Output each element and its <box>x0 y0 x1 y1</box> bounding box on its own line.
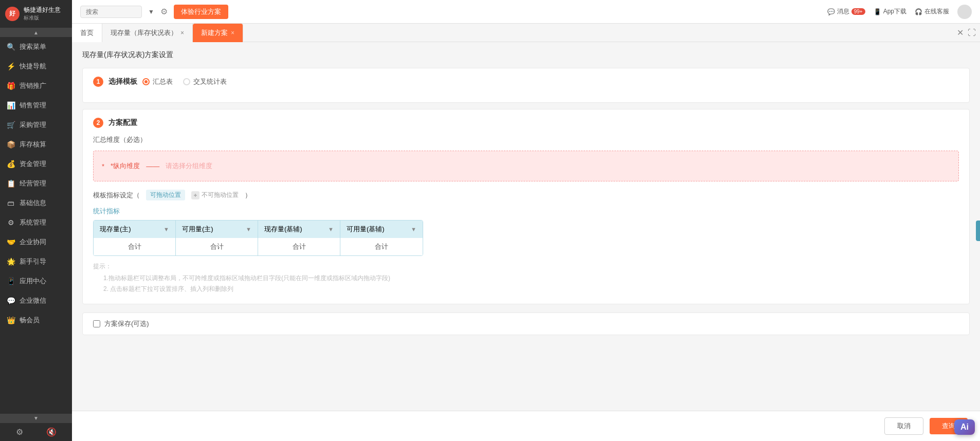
sidebar-item-system[interactable]: ⚙ 系统管理 <box>0 213 72 232</box>
step2-header: 2 方案配置 <box>93 118 959 128</box>
hint-title: 提示： <box>93 262 959 271</box>
step1-card: 1 选择模板 汇总表 交叉统计表 <box>82 68 970 103</box>
sidebar-item-appcenter[interactable]: 📱 应用中心 <box>0 271 72 291</box>
tab-new-plan[interactable]: 新建方案 × <box>193 24 243 42</box>
finance-icon: 💰 <box>6 160 15 168</box>
col-chevron-3[interactable]: ▼ <box>411 226 416 232</box>
sidebar-item-purchase[interactable]: 🛒 采购管理 <box>0 115 72 135</box>
sidebar-item-shortcut[interactable]: ⚡ 快捷导航 <box>0 57 72 76</box>
dimension-area: * *纵向维度 —— 请选择分组维度 <box>93 151 959 181</box>
sidebar-item-newguide[interactable]: 🌟 新手引导 <box>0 252 72 271</box>
marketing-icon: 🎁 <box>6 82 15 90</box>
col-header-0[interactable]: 现存量(主) ▼ <box>94 220 176 238</box>
purchase-icon: 🛒 <box>6 121 15 129</box>
wechat-icon: 💬 <box>6 297 15 305</box>
step2-card: 2 方案配置 汇总维度（必选） * *纵向维度 —— 请选择分组维度 模板指标设… <box>82 109 970 304</box>
user-avatar[interactable] <box>957 5 972 19</box>
sidebar-item-sales[interactable]: 📊 销售管理 <box>0 96 72 115</box>
page-title: 现存量(库存状况表)方案设置 <box>82 50 970 60</box>
hint-section: 提示： 1.拖动标题栏可以调整布局，不可跨维度或指标区域拖动栏目字段(只能在同一… <box>93 262 959 293</box>
dimension-dash: —— <box>146 162 159 170</box>
enterprise-icon: 🤝 <box>6 238 15 246</box>
sidebar-item-wechat[interactable]: 💬 企业微信 <box>0 291 72 310</box>
col-chevron-1[interactable]: ▼ <box>246 226 251 232</box>
sidebar-item-enterprise[interactable]: 🤝 企业协同 <box>0 232 72 252</box>
sidebar-nav: 🔍 搜索菜单 ⚡ 快捷导航 🎁 营销推广 📊 销售管理 🛒 采购管理 📦 库存核… <box>0 37 72 414</box>
sidebar-bottom: ⚙ 🔇 <box>0 422 72 441</box>
sidebar-item-inventory[interactable]: 📦 库存核算 <box>0 135 72 154</box>
shortcut-icon: ⚡ <box>6 62 15 70</box>
stats-table: 现存量(主) ▼ 可用量(主) ▼ 现存量(基辅) ▼ 可用量(基辅) <box>93 220 423 256</box>
sound-bottom-icon[interactable]: 🔇 <box>46 427 57 437</box>
content-area: 现存量(库存状况表)方案设置 1 选择模板 汇总表 交叉统计表 <box>72 42 980 411</box>
statistics-section: 统计指标 现存量(主) ▼ 可用量(主) ▼ 现存量(基辅) <box>93 207 959 256</box>
immovable-tag: 不可拖动位置 <box>191 191 239 199</box>
online-service-button[interactable]: 🎧 在线客服 <box>915 7 949 16</box>
sidebar-item-basic[interactable]: 🗃 基础信息 <box>0 193 72 213</box>
dimension-required-star: * <box>102 162 104 170</box>
industry-plan-button[interactable]: 体验行业方案 <box>174 5 228 19</box>
logo-text: 畅捷通好生意 标准版 <box>24 6 61 22</box>
radio-cross[interactable]: 交叉统计表 <box>183 77 227 86</box>
sidebar: 好 畅捷通好生意 标准版 ▲ 🔍 搜索菜单 ⚡ 快捷导航 🎁 营销推广 📊 销售… <box>0 0 72 441</box>
sidebar-item-finance[interactable]: 💰 资金管理 <box>0 154 72 174</box>
messages-button[interactable]: 💬 消息 99+ <box>827 7 865 16</box>
statistics-label: 统计指标 <box>93 207 959 216</box>
tab-inventory[interactable]: 现存量（库存状况表） × <box>102 24 193 42</box>
template-options: 汇总表 交叉统计表 <box>142 77 227 86</box>
radio-summary-dot <box>142 78 150 85</box>
tab-close-all-icon[interactable]: ✕ <box>957 28 964 38</box>
col-header-1[interactable]: 可用量(主) ▼ <box>176 220 258 238</box>
system-icon: ⚙ <box>6 218 15 227</box>
topbar-gear-icon[interactable]: ⚙ <box>160 7 168 16</box>
sidebar-scroll-down[interactable]: ▼ <box>0 414 72 422</box>
col-body-1: 合计 <box>176 238 258 255</box>
settings-bottom-icon[interactable]: ⚙ <box>16 427 23 437</box>
topbar-dropdown-icon[interactable]: ▼ <box>148 8 154 15</box>
ai-float-button[interactable]: Ai <box>954 419 975 435</box>
inventory-icon: 📦 <box>6 140 15 149</box>
save-checkbox[interactable] <box>93 320 100 327</box>
col-chevron-0[interactable]: ▼ <box>164 226 169 232</box>
tabs-actions: ✕ ⛶ <box>957 28 980 38</box>
member-icon: 👑 <box>6 316 15 324</box>
step1-badge: 1 <box>93 77 103 87</box>
sidebar-logo: 好 畅捷通好生意 标准版 <box>0 0 72 28</box>
tab-inventory-close[interactable]: × <box>180 29 184 36</box>
cancel-button[interactable]: 取消 <box>884 417 923 435</box>
save-option-section: 方案保存(可选) <box>82 313 970 335</box>
newguide-icon: 🌟 <box>6 258 15 266</box>
radio-summary[interactable]: 汇总表 <box>142 77 173 86</box>
stats-table-body: 合计 合计 合计 合计 <box>94 238 423 255</box>
search-icon: 🔍 <box>6 43 15 51</box>
sidebar-scroll-up[interactable]: ▲ <box>0 28 72 37</box>
download-icon: 📱 <box>874 8 881 15</box>
appcenter-icon: 📱 <box>6 277 15 285</box>
col-body-2: 合计 <box>258 238 340 255</box>
tab-home[interactable]: 首页 <box>72 24 102 42</box>
step1-title: 选择模板 <box>108 77 137 86</box>
footer-bar: 取消 查询 <box>72 411 980 441</box>
col-header-2[interactable]: 现存量(基辅) ▼ <box>258 220 340 238</box>
col-chevron-2[interactable]: ▼ <box>328 226 334 232</box>
sidebar-item-member[interactable]: 👑 畅会员 <box>0 310 72 330</box>
radio-cross-dot <box>183 78 190 85</box>
save-option: 方案保存(可选) <box>93 319 959 328</box>
right-edge-handle[interactable] <box>976 220 980 241</box>
col-header-3[interactable]: 可用量(基辅) ▼ <box>340 220 423 238</box>
tabs-bar: 首页 现存量（库存状况表） × 新建方案 × ✕ ⛶ <box>72 24 980 42</box>
tab-new-plan-close[interactable]: × <box>231 29 234 36</box>
operation-icon: 📋 <box>6 179 15 188</box>
sidebar-item-operation[interactable]: 📋 经营管理 <box>0 174 72 193</box>
hint-item-0: 1.拖动标题栏可以调整布局，不可跨维度或指标区域拖动栏目字段(只能在同一维度或指… <box>93 274 959 283</box>
indicator-setting: 模板指标设定（ 可拖动位置 不可拖动位置 ） <box>93 190 959 200</box>
step2-badge: 2 <box>93 118 103 128</box>
basic-icon: 🗃 <box>6 199 15 207</box>
logo-icon: 好 <box>5 7 20 21</box>
sidebar-item-marketing[interactable]: 🎁 营销推广 <box>0 76 72 96</box>
tab-expand-icon[interactable]: ⛶ <box>968 28 976 38</box>
topbar: ▼ ⚙ 体验行业方案 💬 消息 99+ 📱 App下载 🎧 在线客服 <box>72 0 980 24</box>
sidebar-item-search[interactable]: 🔍 搜索菜单 <box>0 37 72 57</box>
app-download-button[interactable]: 📱 App下载 <box>874 7 906 16</box>
topbar-search-input[interactable] <box>80 6 142 18</box>
